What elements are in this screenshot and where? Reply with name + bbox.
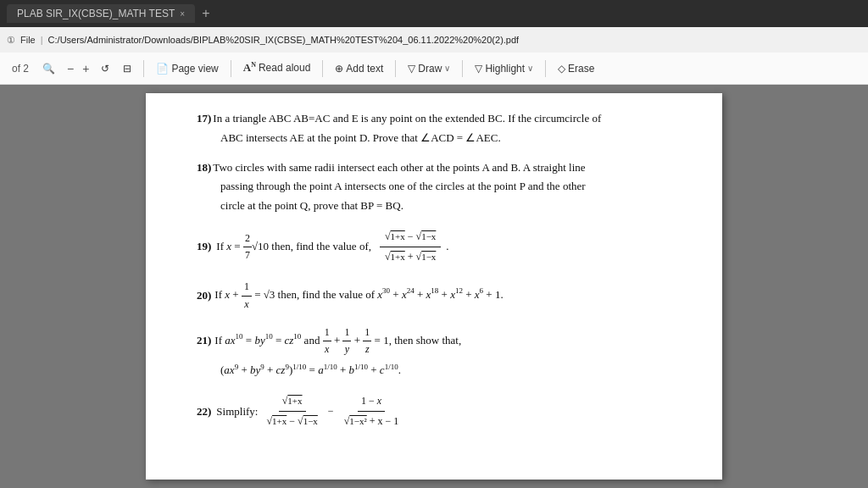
draw-button[interactable]: ▽ Draw ∨ [403,59,455,78]
fit-page-button[interactable]: ⊟ [118,59,136,78]
highlight-icon: ▽ [475,63,482,75]
erase-label: Erase [568,63,594,75]
page-view-button[interactable]: 📄 Page view [151,59,223,78]
problem-17-line2: ABC intersects AE at the point D. Prove … [197,130,688,147]
title-bar: PLAB SIR_IX(CBSE)_MATH TEST × + [0,0,868,27]
divider-5 [462,60,463,77]
divider-3 [322,60,323,77]
divider-2 [231,60,231,77]
read-aloud-icon: AN [243,61,256,75]
highlight-button[interactable]: ▽ Highlight ∨ [470,59,538,78]
problem-17-text2: ABC intersects AE at the point D. Prove … [220,131,501,144]
tab-label: PLAB SIR_IX(CBSE)_MATH TEST [17,8,175,19]
read-aloud-label: Read aloud [259,62,310,74]
problem-17: 17) In a triangle ABC AB=AC and E is any… [197,110,688,147]
read-aloud-button[interactable]: AN Read aloud [238,58,316,78]
erase-button[interactable]: ◇ Erase [553,59,599,78]
erase-icon: ◇ [558,63,565,75]
rotate-button[interactable]: ↺ [96,59,114,78]
problem-18-text1: Two circles with same radii intersect ea… [213,159,585,177]
problem-17-line1: 17) In a triangle ABC AB=AC and E is any… [197,110,688,128]
close-tab-button[interactable]: × [180,9,185,19]
pdf-page: 17) In a triangle ABC AB=AC and E is any… [146,93,722,480]
fit-icon: ⊟ [123,63,131,75]
page-info: of 2 [7,63,34,75]
problem-22-number: 22) [197,403,211,421]
problem-21-line1: 21) If ax10 = by10 = cz10 and 1x + 1y + … [197,324,688,358]
problem-18-number: 18) [197,159,211,177]
problem-18-line1: 18) Two circles with same radii intersec… [197,159,688,177]
browser-tab[interactable]: PLAB SIR_IX(CBSE)_MATH TEST × [7,4,195,23]
draw-label: Draw [418,63,442,75]
main-content: 17) In a triangle ABC AB=AC and E is any… [0,85,868,488]
problem-19-number: 19) [197,238,211,256]
file-icon: ① [7,35,15,46]
address-bar: ① File | C:/Users/Administrator/Download… [0,27,868,53]
problem-19: 19) If x = 27√10 then, find the value of… [197,227,688,267]
problem-22: 22) Simplify: √1+x √1+x − √1−x − 1 − x √… [197,391,688,431]
problem-22-expr: √1+x √1+x − √1−x − 1 − x √1−x² + x − 1 [263,391,402,431]
search-icon: 🔍 [42,63,55,75]
file-label: File [20,35,36,45]
add-tab-button[interactable]: + [195,6,216,21]
zoom-minus-button[interactable]: − [64,60,77,77]
divider-1 [143,60,144,77]
problem-20-number: 20) [197,287,211,305]
problem-18: 18) Two circles with same radii intersec… [197,159,688,215]
pdf-area: 17) In a triangle ABC AB=AC and E is any… [0,85,868,488]
problem-18-line3: circle at the point Q, prove that BP = B… [197,197,688,215]
draw-arrow-icon: ∨ [444,64,450,73]
search-button[interactable]: 🔍 [37,59,60,78]
problem-22-text: Simplify: [216,403,258,421]
problem-19-content: 19) If x = 27√10 then, find the value of… [197,227,688,267]
problem-22-content: 22) Simplify: √1+x √1+x − √1−x − 1 − x √… [197,391,688,431]
toolbar: of 2 🔍 − + ↺ ⊟ 📄 Page view AN Read aloud… [0,53,868,85]
problem-17-text1: In a triangle ABC AB=AC and E is any poi… [213,110,601,128]
highlight-arrow-icon: ∨ [527,64,533,73]
problem-20: 20) If x + 1x = √3 then, find the value … [197,279,688,312]
page-view-icon: 📄 [156,63,169,75]
problem-21-line2: (ax9 + by9 + cz9)1/10 = a1/10 + b1/10 + … [197,361,688,380]
problem-19-period: . [446,238,448,256]
problem-18-text3: circle at the point Q, prove that BP = B… [220,199,403,212]
address-path[interactable]: C:/Users/Administrator/Downloads/BIPLAB%… [48,35,520,45]
highlight-label: Highlight [485,63,525,75]
draw-icon: ▽ [408,63,415,75]
problem-18-line2: passing through the point A intersects o… [197,178,688,196]
problem-19-fraction: √1+x − √1−x √1+x + √1−x [380,227,441,267]
add-text-icon: ⊕ [335,63,343,75]
problem-20-text: If x + 1x = √3 then, find the value of x… [214,279,503,312]
problem-21-text2: (ax9 + by9 + cz9)1/10 = a1/10 + b1/10 + … [220,363,401,376]
problem-21: 21) If ax10 = by10 = cz10 and 1x + 1y + … [197,324,688,380]
divider-6 [545,60,546,77]
add-text-button[interactable]: ⊕ Add text [330,59,388,78]
zoom-controls: − + [64,60,92,77]
zoom-plus-button[interactable]: + [79,60,92,77]
rotate-icon: ↺ [101,63,109,75]
problem-21-number: 21) [197,332,211,350]
problem-19-text: If x = 27√10 then, find the value of, [216,230,371,263]
problem-21-text1: If ax10 = by10 = cz10 and 1x + 1y + 1z =… [214,324,461,358]
page-view-label: Page view [171,63,218,75]
problem-18-text2: passing through the point A intersects o… [220,180,586,192]
divider-4 [395,60,396,77]
problem-17-number: 17) [197,110,211,128]
problem-20-content: 20) If x + 1x = √3 then, find the value … [197,279,688,312]
add-text-label: Add text [346,63,383,75]
